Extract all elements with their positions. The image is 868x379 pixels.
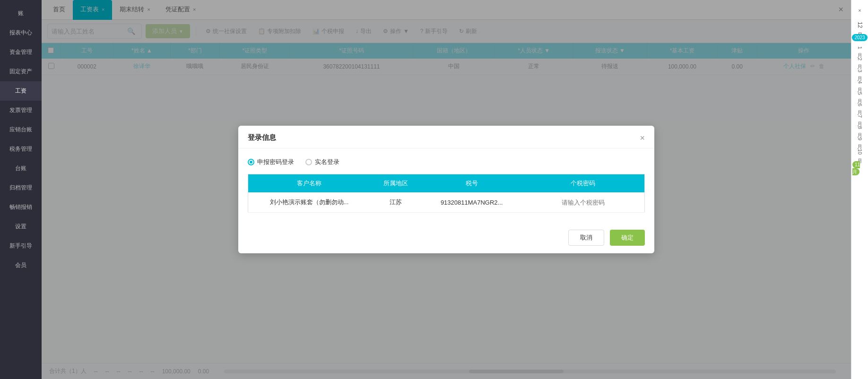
sidebar-item-salary[interactable]: 工资 [0, 81, 42, 101]
dialog-client-name: 刘小艳演示账套（勿删勿动... [248, 192, 370, 213]
sidebar-item-expense[interactable]: 畅销报销 [0, 198, 42, 217]
radio-group: 申报密码登录 实名登录 [248, 158, 645, 166]
sidebar-item-member[interactable]: 会员 [0, 256, 42, 275]
radio-password-circle [248, 159, 254, 165]
dialog-body: 申报密码登录 实名登录 客户名称 所属地区 税 [238, 148, 654, 222]
radio-realname-login[interactable]: 实名登录 [305, 158, 339, 166]
dialog-close-button[interactable]: × [640, 134, 645, 142]
right-side-aug[interactable]: 8月 [854, 122, 865, 133]
sidebar-item-fund-mgmt[interactable]: 资金管理 [0, 43, 42, 62]
dialog-th-client: 客户名称 [248, 174, 370, 193]
right-side-jan[interactable]: 1月 [854, 43, 865, 53]
sidebar-item-sales-ledger[interactable]: 应销台账 [0, 120, 42, 139]
right-side-close[interactable]: × [855, 4, 865, 17]
dialog-overlay: 登录信息 × 申报密码登录 实名登录 [42, 0, 851, 379]
cancel-button[interactable]: 取消 [568, 230, 604, 246]
main-content: 首页 工资表 × 期末结转 × 凭证配置 × × 🔍 添加人员 [42, 0, 851, 379]
dialog-tax-no: 91320811MA7NGR2... [422, 192, 522, 213]
sidebar-item-settings[interactable]: 设置 [0, 217, 42, 236]
dialog-table-row: 刘小艳演示账套（勿删勿动... 江苏 91320811MA7NGR2... [248, 192, 645, 213]
right-side-apr[interactable]: 4月 [854, 77, 865, 87]
dialog-footer: 取消 确定 [238, 222, 654, 253]
sidebar-item-report-center[interactable]: 报表中心 [0, 23, 42, 43]
right-side-feb[interactable]: 2月 [854, 54, 865, 64]
radio-password-login[interactable]: 申报密码登录 [248, 158, 294, 166]
right-side-nov-badge-wrap[interactable]: 11月 [851, 160, 868, 176]
radio-password-label: 申报密码登录 [257, 158, 294, 166]
radio-realname-label: 实名登录 [315, 158, 339, 166]
sidebar-item-guide[interactable]: 新手引导 [0, 236, 42, 256]
radio-realname-circle [305, 159, 312, 165]
dialog-header: 登录信息 × [238, 126, 654, 148]
sidebar-item-fixed-assets[interactable]: 固定资产 [0, 62, 42, 81]
right-side-jul[interactable]: 7月 [854, 111, 865, 121]
right-sidebar: × 12月 2023 1月 2月 3月 4月 5月 6月 7月 8月 9月 10… [851, 0, 868, 379]
dialog-region: 江苏 [370, 192, 422, 213]
sidebar-item-archive-mgmt[interactable]: 归档管理 [0, 178, 42, 198]
dialog-password-input[interactable] [529, 199, 637, 206]
dialog-th-region: 所属地区 [370, 174, 422, 193]
confirm-button[interactable]: 确定 [610, 230, 645, 246]
year-badge: 2023 [852, 34, 867, 41]
right-side-sep[interactable]: 9月 [854, 134, 865, 144]
dialog-title: 登录信息 [248, 133, 276, 142]
right-side-dec-month[interactable]: 12月 [854, 18, 866, 32]
right-side-jun[interactable]: 6月 [854, 100, 865, 110]
login-dialog: 登录信息 × 申报密码登录 实名登录 [238, 126, 654, 253]
dialog-th-tax-no: 税号 [422, 174, 522, 193]
right-side-oct[interactable]: 10月 [854, 145, 865, 158]
dialog-password-cell [522, 192, 645, 213]
sidebar-item-accounts[interactable]: 账 [0, 4, 42, 23]
dialog-table: 客户名称 所属地区 税号 个税密码 刘小艳演示账套（勿删勿动... 江苏 913… [248, 174, 645, 213]
right-side-mar[interactable]: 3月 [854, 66, 865, 76]
app-container: 账 报表中心 资金管理 固定资产 工资 发票管理 应销台账 税务管理 台账 归档… [0, 0, 868, 379]
sidebar-item-invoice-mgmt[interactable]: 发票管理 [0, 101, 42, 120]
dialog-th-password: 个税密码 [522, 174, 645, 193]
nov-badge: 11月 [852, 161, 860, 175]
right-side-may[interactable]: 5月 [854, 88, 865, 99]
sidebar-item-ledger[interactable]: 台账 [0, 159, 42, 178]
sidebar: 账 报表中心 资金管理 固定资产 工资 发票管理 应销台账 税务管理 台账 归档… [0, 0, 42, 379]
right-side-year-badge[interactable]: 2023 [851, 33, 868, 42]
sidebar-item-tax-mgmt[interactable]: 税务管理 [0, 139, 42, 159]
